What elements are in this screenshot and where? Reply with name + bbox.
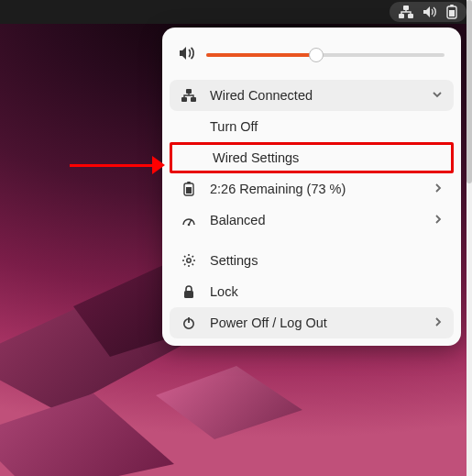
- chevron-right-icon: [434, 315, 443, 330]
- battery-status-icon: [181, 182, 197, 196]
- svg-rect-5: [449, 10, 455, 17]
- menu-item-power-mode[interactable]: Balanced: [170, 205, 454, 236]
- scrollbar-thumb[interactable]: [467, 0, 472, 183]
- annotation-arrow: [70, 156, 165, 174]
- volume-slider-knob[interactable]: [309, 48, 324, 62]
- svg-rect-2: [408, 14, 413, 18]
- speaker-icon: [179, 46, 195, 63]
- battery-icon: [446, 5, 457, 19]
- svg-rect-6: [186, 89, 192, 94]
- volume-icon: [423, 6, 437, 18]
- svg-rect-14: [184, 291, 193, 298]
- gear-icon: [181, 253, 197, 268]
- menu-label: Power Off / Log Out: [210, 315, 421, 330]
- network-icon: [399, 6, 413, 18]
- menu-label: Lock: [210, 284, 443, 299]
- lock-icon: [181, 284, 197, 299]
- menu-item-settings[interactable]: Settings: [170, 245, 454, 276]
- volume-slider[interactable]: [206, 53, 445, 57]
- svg-point-13: [187, 259, 191, 262]
- menu-label: Wired Connected: [210, 88, 419, 103]
- menu-item-battery[interactable]: 2:26 Remaining (73 %): [170, 173, 454, 205]
- power-icon: [181, 315, 197, 330]
- submenu-item-turn-off[interactable]: Turn Off: [170, 111, 454, 142]
- chevron-right-icon: [434, 182, 443, 196]
- svg-rect-0: [403, 6, 409, 10]
- menu-item-lock[interactable]: Lock: [170, 276, 454, 307]
- svg-point-12: [188, 224, 191, 227]
- menu-label: Balanced: [210, 213, 421, 227]
- submenu-item-wired-settings[interactable]: Wired Settings: [170, 142, 454, 173]
- menu-item-power-off[interactable]: Power Off / Log Out: [170, 307, 454, 338]
- menu-label: Settings: [210, 253, 443, 268]
- network-wired-icon: [181, 89, 197, 102]
- svg-rect-11: [186, 187, 192, 194]
- svg-rect-10: [187, 182, 191, 183]
- submenu-label: Wired Settings: [213, 150, 440, 165]
- vertical-scrollbar[interactable]: [467, 0, 472, 476]
- gauge-icon: [181, 214, 197, 227]
- system-menu-panel: Wired Connected Turn Off Wired Settings …: [162, 28, 461, 346]
- volume-row: [170, 35, 454, 80]
- svg-rect-8: [191, 97, 196, 102]
- svg-rect-4: [450, 5, 454, 6]
- chevron-right-icon: [434, 213, 443, 227]
- menu-item-network[interactable]: Wired Connected: [170, 80, 454, 111]
- chevron-down-icon: [432, 88, 443, 103]
- system-tray[interactable]: [390, 2, 467, 22]
- submenu-label: Turn Off: [210, 119, 443, 134]
- top-bar: [0, 0, 472, 24]
- svg-rect-7: [181, 97, 187, 102]
- svg-rect-1: [399, 14, 404, 18]
- menu-label: 2:26 Remaining (73 %): [210, 182, 421, 196]
